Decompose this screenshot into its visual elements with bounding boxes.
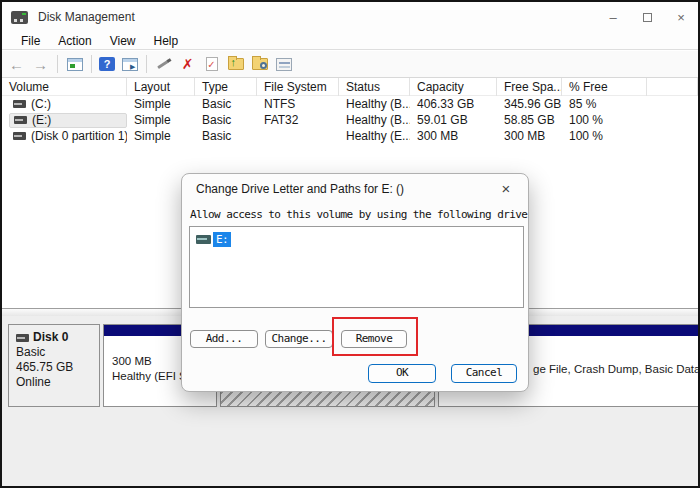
check-document-glyph: ✓	[206, 57, 218, 71]
cell-free: 58.85 GB	[497, 113, 562, 127]
cell-layout: Simple	[127, 113, 195, 127]
cell-status: Healthy (B...	[339, 113, 410, 127]
console-window-glyph	[67, 58, 83, 71]
properties-glyph	[276, 58, 292, 71]
menubar: File Action View Help	[2, 32, 698, 50]
disk-size: 465.75 GB	[16, 360, 99, 375]
folder-search-icon[interactable]	[250, 55, 269, 73]
volume-icon	[13, 132, 26, 140]
cell-pct: 100 %	[562, 129, 647, 143]
volume-icon	[13, 100, 26, 108]
table-row-e[interactable]: (E:) Simple Basic FAT32 Healthy (B... 59…	[2, 112, 698, 128]
remove-button[interactable]: Remove	[341, 330, 407, 348]
maximize-button[interactable]	[630, 2, 664, 32]
disk-type: Basic	[16, 345, 99, 360]
screwdriver-glyph	[156, 57, 171, 72]
partition-size: 300 MB	[112, 354, 187, 369]
col-volume[interactable]: Volume	[2, 78, 127, 96]
drive-icon	[196, 235, 211, 244]
disk-status: Online	[16, 375, 99, 390]
folder-up-icon[interactable]: ↑	[226, 55, 245, 73]
menu-help[interactable]: Help	[145, 34, 188, 48]
selected-volume-cell: (E:)	[9, 113, 127, 128]
drive-letter-item[interactable]: E:	[196, 232, 523, 247]
disk0-label-block[interactable]: Disk 0 Basic 465.75 GB Online	[8, 324, 100, 407]
window-controls: – ×	[596, 2, 698, 32]
cell-type: Basic	[195, 97, 257, 111]
cell-layout: Simple	[127, 97, 195, 111]
red-x-glyph: ✗	[182, 57, 194, 71]
volume-table-header: Volume Layout Type File System Status Ca…	[2, 78, 698, 96]
folder-up-glyph: ↑	[228, 58, 244, 70]
cell-type: Basic	[195, 129, 257, 143]
add-button[interactable]: Add...	[190, 330, 258, 348]
col-status[interactable]: Status	[339, 78, 410, 96]
disk-management-window: Disk Management – × File Action View Hel…	[0, 0, 700, 488]
volume-name: (Disk 0 partition 1)	[31, 129, 127, 143]
delete-volume-icon[interactable]: ✗	[178, 55, 197, 73]
dialog-close-icon[interactable]: ×	[496, 178, 516, 198]
window-title: Disk Management	[38, 10, 135, 24]
menu-file[interactable]: File	[12, 34, 49, 48]
change-button[interactable]: Change...	[265, 330, 333, 348]
menu-action[interactable]: Action	[49, 34, 100, 48]
volume-icon	[14, 116, 27, 124]
selected-drive-letter: E:	[213, 232, 231, 247]
dialog-instruction: Allow access to this volume by using the…	[190, 208, 527, 221]
cell-capacity: 406.33 GB	[410, 97, 497, 111]
drive-letter-listbox[interactable]: E:	[189, 226, 524, 308]
forward-icon[interactable]: →	[31, 55, 50, 73]
help-icon[interactable]: ?	[99, 57, 115, 71]
table-row-c[interactable]: (C:) Simple Basic NTFS Healthy (B... 406…	[2, 96, 698, 112]
properties-icon[interactable]	[274, 55, 293, 73]
cell-type: Basic	[195, 113, 257, 127]
cell-free: 345.96 GB	[497, 97, 562, 111]
tools-icon[interactable]	[154, 55, 173, 73]
maximize-icon	[643, 13, 652, 22]
console-play-glyph: ▶	[122, 58, 138, 71]
col-pct-free[interactable]: % Free	[562, 78, 647, 96]
disk-icon	[16, 334, 29, 342]
partition-status-clipped: ge File, Crash Dump, Basic Data P	[533, 363, 698, 375]
dialog-title: Change Drive Letter and Paths for E: ()	[196, 182, 404, 196]
cell-pct: 85 %	[562, 97, 647, 111]
check-disk-icon[interactable]: ✓	[202, 55, 221, 73]
cancel-button[interactable]: Cancel	[451, 364, 517, 383]
cell-capacity: 300 MB	[410, 129, 497, 143]
col-type[interactable]: Type	[195, 78, 257, 96]
col-layout[interactable]: Layout	[127, 78, 195, 96]
back-icon[interactable]: ←	[7, 55, 26, 73]
toolbar-separator	[146, 55, 147, 73]
cell-status: Healthy (B...	[339, 97, 410, 111]
cell-pct: 100 %	[562, 113, 647, 127]
cell-fs: FAT32	[257, 113, 339, 127]
back-arrow-glyph: ←	[9, 57, 24, 72]
cell-capacity: 59.01 GB	[410, 113, 497, 127]
cell-free: 300 MB	[497, 129, 562, 143]
close-button[interactable]: ×	[664, 2, 698, 32]
show-action-pane-icon[interactable]: ▶	[120, 55, 139, 73]
toolbar-separator	[57, 55, 58, 73]
col-free-space[interactable]: Free Spa...	[497, 78, 562, 96]
change-drive-letter-dialog: Change Drive Letter and Paths for E: () …	[181, 173, 529, 392]
col-empty	[647, 78, 698, 96]
console-tree-icon[interactable]	[65, 55, 84, 73]
cell-fs: NTFS	[257, 97, 339, 111]
folder-search-glyph	[252, 58, 268, 70]
titlebar: Disk Management – ×	[2, 2, 698, 32]
col-file-system[interactable]: File System	[257, 78, 339, 96]
forward-arrow-glyph: →	[33, 57, 48, 72]
col-capacity[interactable]: Capacity	[410, 78, 497, 96]
cell-layout: Simple	[127, 129, 195, 143]
cell-status: Healthy (E...	[339, 129, 410, 143]
menu-view[interactable]: View	[101, 34, 145, 48]
toolbar-separator	[91, 55, 92, 73]
ok-button[interactable]: OK	[368, 364, 436, 383]
partition-status: Healthy (EFI S	[112, 369, 187, 384]
toolbar: ← → ? ▶ ✗ ✓ ↑	[2, 51, 698, 78]
disk-management-app-icon	[11, 11, 28, 24]
disk-name: Disk 0	[33, 330, 68, 345]
minimize-button[interactable]: –	[596, 2, 630, 32]
volume-name: (E:)	[32, 113, 51, 127]
table-row-partition1[interactable]: (Disk 0 partition 1) Simple Basic Health…	[2, 128, 698, 144]
